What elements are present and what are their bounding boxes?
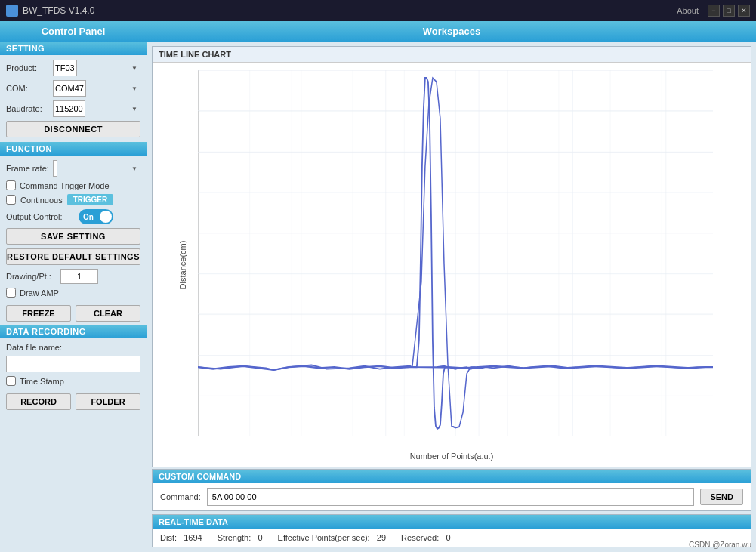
svg-rect-1 xyxy=(198,70,713,436)
x-axis-label: Number of Points(a.u.) xyxy=(410,452,494,461)
control-panel-header: Control Panel xyxy=(0,21,147,42)
watermark: CSDN @Zoran.wu xyxy=(689,541,751,549)
workspaces-header: Workspaces xyxy=(147,21,756,42)
bottom-sections: CUSTOM COMMAND Command: SEND REAL-TIME D… xyxy=(147,469,756,552)
titlebar-left: BW_TFDS V1.4.0 xyxy=(6,5,94,17)
continuous-trigger-row: Continuous TRIGGER xyxy=(6,194,140,205)
product-label: Product: xyxy=(6,63,50,72)
custom-command-section: CUSTOM COMMAND Command: SEND xyxy=(152,469,751,511)
setting-section-body: Product: TF03 TF02 TF01 COM: COM47 COM1 … xyxy=(0,55,147,142)
about-link[interactable]: About xyxy=(677,6,699,15)
drawing-pt-row: Drawing/Pt.: xyxy=(6,269,140,284)
product-select[interactable]: TF03 TF02 TF01 xyxy=(53,60,77,76)
com-select[interactable]: COM47 COM1 COM2 xyxy=(53,80,86,97)
drawing-pt-input[interactable] xyxy=(60,269,98,284)
continuous-checkbox[interactable] xyxy=(6,195,16,205)
data-file-label: Data file name: xyxy=(6,343,140,352)
app-title: BW_TFDS V1.4.0 xyxy=(23,5,94,16)
frame-rate-row: Frame rate: xyxy=(6,160,140,177)
command-trigger-label: Command Trigger Mode xyxy=(20,181,110,190)
product-select-wrapper: TF03 TF02 TF01 xyxy=(53,60,140,76)
time-stamp-label: Time Stamp xyxy=(20,377,64,386)
setting-section-header: SETTING xyxy=(0,42,147,55)
baudrate-row: Baudrate: 115200 9600 57600 xyxy=(6,100,140,117)
reserved-value: 0 xyxy=(446,533,450,542)
chart-container: TIME LINE CHART Distance(cm) Number of P… xyxy=(152,46,751,467)
send-button[interactable]: SEND xyxy=(700,489,743,505)
freeze-clear-row: FREEZE CLEAR xyxy=(0,302,147,325)
command-label: Command: xyxy=(160,492,201,501)
output-control-row: Output Control: On xyxy=(6,209,140,224)
chart-title: TIME LINE CHART xyxy=(153,47,751,63)
output-control-label: Output Control: xyxy=(6,212,74,221)
disconnect-button[interactable]: DISCONNECT xyxy=(6,121,140,137)
titlebar: BW_TFDS V1.4.0 About − □ ✕ xyxy=(0,0,756,21)
product-row: Product: TF03 TF02 TF01 xyxy=(6,60,140,76)
chart-inner: Distance(cm) Number of Points(a.u.) xyxy=(153,63,751,467)
drawing-pt-label: Drawing/Pt.: xyxy=(6,272,57,281)
data-recording-header: DATA RECORDING xyxy=(0,325,147,338)
command-input[interactable] xyxy=(207,488,695,506)
app-icon xyxy=(6,5,18,17)
dist-item: Dist: 1694 xyxy=(160,533,202,542)
frame-rate-select-wrapper xyxy=(53,160,140,177)
baudrate-label: Baudrate: xyxy=(6,104,50,113)
dist-value: 1694 xyxy=(184,533,202,542)
titlebar-right: About − □ ✕ xyxy=(677,5,750,17)
data-recording-body: Data file name: Time Stamp xyxy=(0,338,147,390)
right-panel: Workspaces TIME LINE CHART Distance(cm) … xyxy=(147,21,756,552)
save-setting-button[interactable]: SAVE SETTING xyxy=(6,228,140,245)
command-trigger-checkbox[interactable] xyxy=(6,180,16,190)
window-controls: − □ ✕ xyxy=(708,5,750,17)
baudrate-select[interactable]: 115200 9600 57600 xyxy=(53,100,85,117)
clear-button[interactable]: CLEAR xyxy=(76,305,140,322)
realtime-data-body: Dist: 1694 Strength: 0 Effective Points(… xyxy=(153,529,751,547)
frame-rate-label: Frame rate: xyxy=(6,164,50,173)
time-stamp-checkbox[interactable] xyxy=(6,376,16,386)
strength-item: Strength: 0 xyxy=(218,533,263,542)
chart-svg: 0 1000 2000 3000 4000 5 xyxy=(198,70,713,436)
com-select-wrapper: COM47 COM1 COM2 xyxy=(53,80,140,97)
left-panel: Control Panel SETTING Product: TF03 TF02… xyxy=(0,21,147,552)
eff-points-value: 29 xyxy=(377,533,386,542)
draw-amp-checkbox[interactable] xyxy=(6,288,16,298)
strength-value: 0 xyxy=(258,533,262,542)
frame-rate-select[interactable] xyxy=(53,160,57,177)
freeze-button[interactable]: FREEZE xyxy=(6,305,71,322)
data-file-input[interactable] xyxy=(6,356,140,372)
main-container: Control Panel SETTING Product: TF03 TF02… xyxy=(0,21,756,552)
toggle-knob xyxy=(100,211,112,223)
record-button[interactable]: RECORD xyxy=(6,393,71,410)
baudrate-select-wrapper: 115200 9600 57600 xyxy=(53,100,140,117)
restore-default-button[interactable]: RESTORE DEFAULT SETTINGS xyxy=(6,248,140,265)
custom-command-body: Command: SEND xyxy=(153,483,751,510)
reserved-item: Reserved: 0 xyxy=(401,533,450,542)
function-section-header: FUNCTION xyxy=(0,142,147,156)
reserved-label: Reserved: xyxy=(401,533,439,542)
close-button[interactable]: ✕ xyxy=(738,5,750,17)
continuous-label: Continuous xyxy=(20,196,63,205)
chart-section: TIME LINE CHART Distance(cm) Number of P… xyxy=(147,42,756,469)
draw-amp-row: Draw AMP xyxy=(6,288,140,298)
command-trigger-row: Command Trigger Mode xyxy=(6,180,140,190)
realtime-header: REAL-TIME DATA xyxy=(153,515,751,529)
trigger-button[interactable]: TRIGGER xyxy=(67,194,114,205)
record-folder-row: RECORD FOLDER xyxy=(0,390,147,413)
minimize-button[interactable]: − xyxy=(708,5,720,17)
folder-button[interactable]: FOLDER xyxy=(76,393,140,410)
custom-command-header: CUSTOM COMMAND xyxy=(153,470,751,483)
function-section-body: Frame rate: Command Trigger Mode Continu… xyxy=(0,156,147,302)
realtime-section: REAL-TIME DATA Dist: 1694 Strength: 0 Ef… xyxy=(152,514,751,547)
maximize-button[interactable]: □ xyxy=(723,5,735,17)
eff-points-item: Effective Points(per sec): 29 xyxy=(278,533,387,542)
com-row: COM: COM47 COM1 COM2 xyxy=(6,80,140,97)
y-axis-label: Distance(cm) xyxy=(178,240,187,289)
strength-label: Strength: xyxy=(218,533,251,542)
eff-points-label: Effective Points(per sec): xyxy=(278,533,370,542)
draw-amp-label: Draw AMP xyxy=(20,288,59,298)
dist-label: Dist: xyxy=(160,533,177,542)
com-label: COM: xyxy=(6,84,50,93)
output-control-toggle[interactable]: On xyxy=(79,209,113,224)
toggle-on-text: On xyxy=(83,213,94,221)
time-stamp-row: Time Stamp xyxy=(6,376,140,386)
